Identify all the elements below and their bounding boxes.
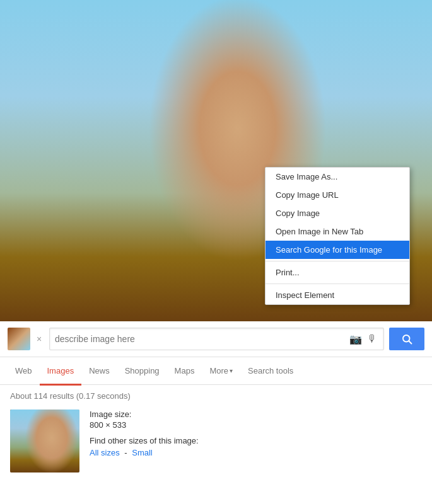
tab-more[interactable]: More ▾ xyxy=(202,358,240,386)
results-count: About 114 results (0.17 seconds) xyxy=(10,391,422,401)
context-menu-inspect[interactable]: Inspect Element xyxy=(266,286,409,304)
search-close-button[interactable]: × xyxy=(33,333,45,345)
find-other-label: Find other sizes of this image: xyxy=(90,436,422,445)
context-menu-separator-2 xyxy=(266,284,409,284)
result-thumbnail[interactable] xyxy=(10,410,79,472)
context-menu-search-google[interactable]: Search Google for this Image xyxy=(266,241,409,259)
result-info: Image size: 800 × 533 Find other sizes o… xyxy=(90,410,422,457)
hero-image: Save Image As... Copy Image URL Copy Ima… xyxy=(0,0,432,321)
search-thumbnail xyxy=(8,328,30,350)
context-menu-copy-image-url[interactable]: Copy Image URL xyxy=(266,186,409,204)
more-dropdown-arrow: ▾ xyxy=(230,367,233,374)
svg-point-0 xyxy=(403,335,410,342)
image-result-card: Image size: 800 × 533 Find other sizes o… xyxy=(10,410,422,472)
search-icon xyxy=(401,333,412,345)
tab-search-tools[interactable]: Search tools xyxy=(240,358,301,386)
search-button[interactable] xyxy=(389,328,424,350)
image-size-label: Image size: xyxy=(90,410,422,419)
context-menu-print[interactable]: Print... xyxy=(266,263,409,282)
tab-web[interactable]: Web xyxy=(8,358,40,386)
search-icons: 📷 🎙 xyxy=(349,333,377,345)
context-menu-copy-image[interactable]: Copy Image xyxy=(266,204,409,222)
search-bar-area: × 📷 🎙 xyxy=(0,321,432,357)
tab-images[interactable]: Images xyxy=(40,358,82,386)
context-menu-open-new-tab[interactable]: Open Image in New Tab xyxy=(266,222,409,241)
image-size-value: 800 × 533 xyxy=(90,420,422,430)
result-links: All sizes - Small xyxy=(90,448,422,457)
search-input[interactable] xyxy=(55,334,349,344)
microphone-icon[interactable]: 🎙 xyxy=(367,333,377,345)
results-area: About 114 results (0.17 seconds) Image s… xyxy=(0,385,432,479)
context-menu-save-image-as[interactable]: Save Image As... xyxy=(266,168,409,186)
tab-news[interactable]: News xyxy=(81,358,117,386)
context-menu: Save Image As... Copy Image URL Copy Ima… xyxy=(265,167,410,305)
context-menu-separator xyxy=(266,261,409,261)
link-separator: - xyxy=(122,448,130,457)
tab-maps[interactable]: Maps xyxy=(167,358,202,386)
svg-line-1 xyxy=(409,341,412,344)
tab-shopping[interactable]: Shopping xyxy=(117,358,167,386)
camera-icon[interactable]: 📷 xyxy=(349,333,362,345)
search-input-wrapper: 📷 🎙 xyxy=(49,328,384,350)
small-link[interactable]: Small xyxy=(132,448,153,457)
nav-tabs: Web Images News Shopping Maps More ▾ Sea… xyxy=(0,357,432,385)
all-sizes-link[interactable]: All sizes xyxy=(90,448,120,457)
